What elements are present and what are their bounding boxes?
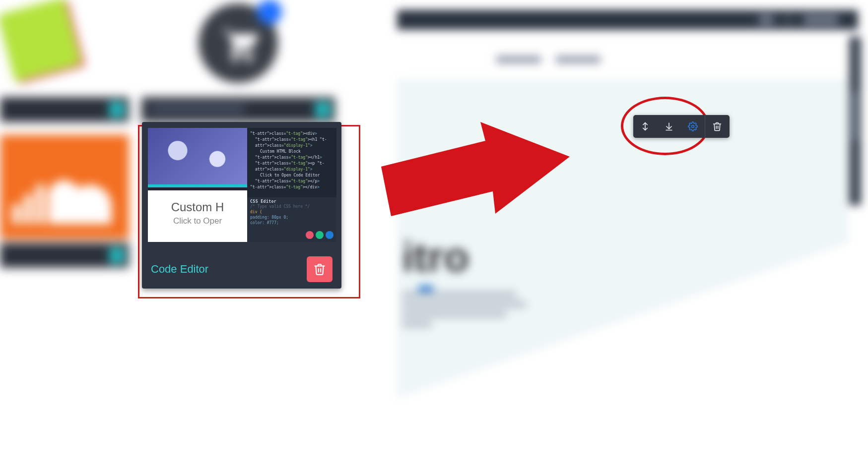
css-header: CSS Editor [250, 199, 334, 204]
move-updown-button[interactable] [633, 115, 657, 138]
preview-title: Custom H [148, 200, 247, 214]
svg-marker-5 [381, 122, 570, 216]
gear-icon [688, 121, 698, 131]
card-thumbnail [0, 0, 129, 94]
css-code-pane: CSS Editor /* Type valid CSS here */div … [247, 197, 336, 242]
html-code-pane: "t-attr">class="t-tag"><div>"t-attr">cla… [247, 128, 336, 197]
move-down-button[interactable] [657, 115, 681, 138]
block-toolbar [633, 115, 730, 138]
card-title: Code Editor [151, 263, 208, 276]
editor-action-dots [306, 231, 334, 239]
arrow-down-icon [664, 121, 674, 131]
svg-point-7 [692, 125, 694, 128]
code-editor-card[interactable]: Custom H Click to Oper "t-attr">class="t… [142, 122, 341, 289]
arrows-updown-icon [640, 121, 650, 131]
trash-icon [712, 121, 722, 131]
card-footer [0, 243, 129, 268]
annotation-arrow [381, 122, 570, 226]
svg-point-0 [232, 57, 237, 62]
toolbar-delete-button[interactable] [705, 115, 729, 138]
cancel-dot-icon[interactable] [306, 231, 314, 239]
preview-text: Custom H Click to Oper [148, 190, 247, 242]
svg-rect-3 [24, 194, 32, 224]
svg-point-1 [247, 57, 252, 62]
preview-sub: Click to Oper [148, 216, 247, 226]
hero-heading-blur: itro [402, 233, 469, 281]
card-thumbnail [141, 0, 335, 94]
svg-rect-2 [12, 204, 20, 224]
delete-button[interactable] [307, 256, 333, 282]
info-dot-icon[interactable] [326, 231, 334, 239]
editor-preview: Custom H Click to Oper "t-attr">class="t… [148, 128, 336, 242]
page-preview-blur: itro [397, 0, 868, 472]
card-footer [0, 97, 129, 122]
settings-button[interactable] [681, 115, 705, 138]
accept-dot-icon[interactable] [316, 231, 324, 239]
preview-image [148, 128, 247, 187]
svg-rect-4 [36, 184, 44, 224]
card-footer [141, 97, 335, 122]
card-thumbnail [0, 135, 129, 239]
